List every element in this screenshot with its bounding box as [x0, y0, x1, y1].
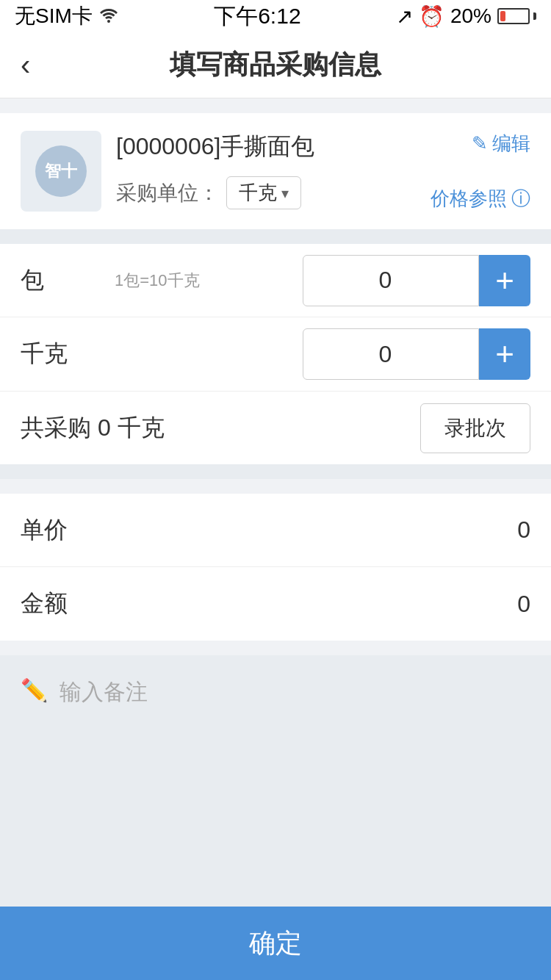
edit-label: 编辑 [492, 131, 530, 156]
price-ref-label: 价格参照 [431, 186, 507, 212]
unit-label: 采购单位： [116, 179, 219, 207]
package-row: 包 1包=10千克 + [0, 244, 551, 317]
price-label: 单价 [21, 514, 68, 547]
divider-1 [0, 229, 551, 244]
package-input[interactable] [303, 255, 479, 306]
page-title: 填写商品采购信息 [170, 47, 381, 83]
unit-value: 千克 [239, 180, 277, 206]
kilogram-plus-button[interactable]: + [479, 328, 530, 380]
input-section: 包 1包=10千克 + 千克 + [0, 244, 551, 391]
confirm-button[interactable]: 确定 [0, 907, 551, 980]
price-row: 单价 0 [0, 494, 551, 567]
edit-icon: ✎ [472, 132, 488, 155]
amount-value: 0 [517, 591, 530, 618]
package-input-group: + [303, 255, 530, 306]
amount-label: 金额 [21, 588, 68, 620]
unit-select[interactable]: 千克 ▾ [226, 176, 301, 209]
location-icon: ↗ [396, 4, 413, 29]
price-value: 0 [517, 516, 530, 544]
back-button[interactable]: ‹ [21, 48, 30, 82]
wifi-icon [98, 4, 119, 28]
package-label: 包 [21, 264, 109, 297]
kilogram-label: 千克 [21, 338, 109, 370]
status-right: ↗ ⏰ 20% [396, 4, 536, 29]
detail-section: 单价 0 金额 0 [0, 494, 551, 641]
price-ref-icon: ⓘ [511, 186, 530, 212]
product-card: 智十 [0000006]手撕面包 采购单位： 千克 ▾ ✎ 编辑 价格参照 ⓘ [0, 113, 551, 229]
kilogram-row: 千克 + [0, 317, 551, 391]
alarm-icon: ⏰ [419, 4, 444, 29]
kilogram-input-group: + [303, 328, 530, 380]
package-sublabel: 1包=10千克 [115, 270, 303, 292]
amount-row: 金额 0 [0, 567, 551, 641]
product-logo: 智十 [35, 145, 87, 197]
product-thumbnail: 智十 [21, 131, 101, 212]
price-reference-button[interactable]: 价格参照 ⓘ [431, 186, 530, 212]
package-plus-button[interactable]: + [479, 255, 530, 306]
status-left: 无SIM卡 [15, 2, 119, 30]
product-name: [0000006]手撕面包 [116, 131, 530, 163]
remark-section[interactable]: ✏️ 输入备注 [0, 655, 551, 920]
battery-percent: 20% [450, 4, 491, 28]
carrier-text: 无SIM卡 [15, 2, 93, 30]
pencil-icon: ✏️ [21, 677, 48, 703]
remark-placeholder: 输入备注 [60, 677, 148, 707]
edit-button[interactable]: ✎ 编辑 [472, 131, 530, 156]
batch-button[interactable]: 录批次 [420, 403, 530, 453]
nav-bar: ‹ 填写商品采购信息 [0, 32, 551, 98]
total-section: 共采购 0 千克 录批次 [0, 391, 551, 464]
unit-dropdown-arrow: ▾ [281, 184, 289, 202]
kilogram-input[interactable] [303, 328, 479, 380]
total-text: 共采购 0 千克 [21, 412, 165, 444]
battery-icon [497, 8, 536, 24]
status-bar: 无SIM卡 下午6:12 ↗ ⏰ 20% [0, 0, 551, 32]
status-time: 下午6:12 [214, 1, 300, 32]
divider-2 [0, 464, 551, 479]
